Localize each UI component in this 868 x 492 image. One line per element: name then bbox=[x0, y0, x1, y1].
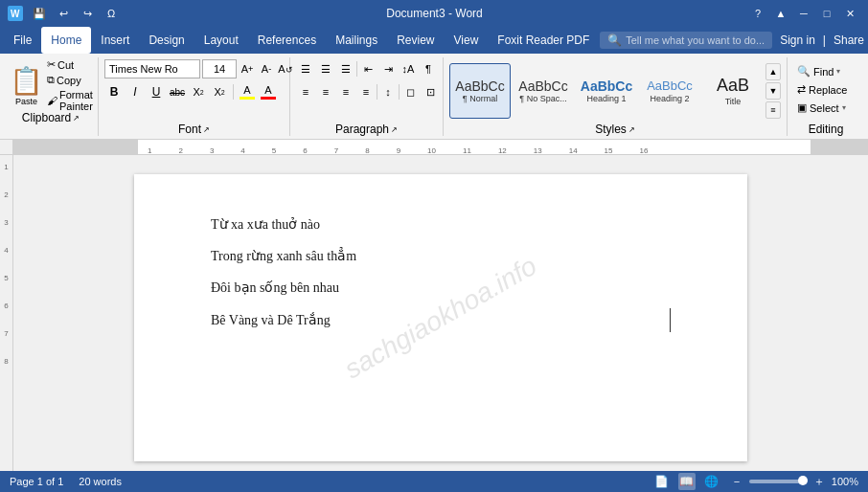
menu-mailings[interactable]: Mailings bbox=[326, 27, 387, 54]
find-icon: 🔍 bbox=[797, 65, 811, 78]
search-icon: 🔍 bbox=[607, 34, 622, 47]
paragraph-expand-icon[interactable]: ↗ bbox=[391, 125, 398, 134]
numbering-button[interactable]: ☰ bbox=[316, 59, 335, 78]
style-title[interactable]: AaB Title bbox=[702, 63, 764, 119]
styles-scroll-down[interactable]: ▼ bbox=[765, 82, 781, 100]
zoom-slider[interactable] bbox=[749, 480, 807, 483]
ruler-corner bbox=[0, 140, 13, 154]
signin-button[interactable]: Sign in bbox=[780, 34, 815, 47]
page-info: Page 1 of 1 bbox=[10, 476, 63, 487]
select-button[interactable]: ▣ Select ▾ bbox=[793, 100, 851, 116]
share-button[interactable]: Share bbox=[834, 34, 864, 47]
bullets-button[interactable]: ☰ bbox=[296, 59, 315, 78]
decrease-indent-button[interactable]: ⇤ bbox=[358, 59, 377, 78]
font-grow-button[interactable]: A+ bbox=[239, 60, 256, 78]
highlight-button[interactable]: A bbox=[238, 82, 257, 101]
menu-design[interactable]: Design bbox=[139, 27, 194, 54]
menu-file[interactable]: File bbox=[4, 27, 41, 54]
style-heading1[interactable]: AaBbCc Heading 1 bbox=[576, 63, 637, 119]
ribbon: 📋 Paste ✂ Cut ⧉ Copy 🖌 Format Painter bbox=[0, 54, 868, 140]
replace-button[interactable]: ⇄ Replace bbox=[793, 81, 851, 98]
font-name-input[interactable] bbox=[104, 59, 200, 78]
menu-view[interactable]: View bbox=[445, 27, 489, 54]
style-normal-label: ¶ Normal bbox=[463, 94, 497, 103]
close-button[interactable]: ✕ bbox=[839, 3, 860, 24]
clipboard-expand-icon[interactable]: ↗ bbox=[73, 114, 80, 123]
replace-label: Replace bbox=[809, 84, 847, 96]
undo-button[interactable]: ↩ bbox=[53, 3, 74, 24]
status-bar-right: 📄 📖 🌐 － ＋ 100% bbox=[653, 473, 858, 490]
document-page[interactable]: sachgiaokhoа.info Từ xa xưa thuở nào Tro… bbox=[134, 174, 747, 461]
zoom-out-button[interactable]: － bbox=[728, 473, 745, 490]
menu-foxit[interactable]: Foxit Reader PDF bbox=[488, 27, 599, 54]
show-marks-button[interactable]: ¶ bbox=[419, 59, 438, 78]
menu-review[interactable]: Review bbox=[387, 27, 444, 54]
zoom-in-button[interactable]: ＋ bbox=[811, 473, 828, 490]
cut-button[interactable]: ✂ Cut bbox=[45, 57, 103, 72]
align-center-button[interactable]: ≡ bbox=[316, 82, 335, 101]
style-heading2[interactable]: AaBbCc Heading 2 bbox=[639, 63, 700, 119]
page-content[interactable]: Từ xa xưa thuở nào Trong rừng xanh sâu t… bbox=[211, 212, 671, 332]
align-right-button[interactable]: ≡ bbox=[336, 82, 355, 101]
save-button[interactable]: 💾 bbox=[29, 3, 50, 24]
shading-button[interactable]: ◻ bbox=[400, 82, 420, 101]
subscript-button[interactable]: X2 bbox=[189, 82, 208, 101]
paragraph-group: ☰ ☰ ☰ ⇤ ⇥ ↕A ¶ ≡ ≡ ≡ ≡ ↕ ◻ bbox=[290, 57, 444, 136]
window-controls: ? ▲ ─ □ ✕ bbox=[747, 3, 860, 24]
style-nospace[interactable]: AaBbCc ¶ No Spac... bbox=[513, 63, 574, 119]
paste-label: Paste bbox=[15, 97, 37, 106]
minimize-button[interactable]: ─ bbox=[793, 3, 814, 24]
copy-button[interactable]: ⧉ Copy bbox=[45, 73, 103, 87]
highlight-indicator bbox=[240, 97, 255, 100]
font-size-input[interactable] bbox=[202, 59, 237, 78]
style-normal[interactable]: AaBbCc ¶ Normal bbox=[449, 63, 511, 119]
maximize-button[interactable]: □ bbox=[816, 3, 837, 24]
find-label: Find bbox=[813, 66, 834, 78]
redo-button[interactable]: ↪ bbox=[77, 3, 98, 24]
increase-indent-button[interactable]: ⇥ bbox=[378, 59, 398, 78]
menu-layout[interactable]: Layout bbox=[194, 27, 248, 54]
customize-button[interactable]: Ω bbox=[101, 3, 122, 24]
zoom-slider-thumb bbox=[798, 476, 808, 485]
styles-more[interactable]: ≡ bbox=[765, 101, 781, 119]
italic-button[interactable]: I bbox=[126, 82, 145, 101]
multilevel-button[interactable]: ☰ bbox=[336, 59, 355, 78]
align-left-button[interactable]: ≡ bbox=[296, 82, 315, 101]
ribbon-toggle-button[interactable]: ▲ bbox=[770, 3, 791, 24]
styles-scroll-up[interactable]: ▲ bbox=[765, 63, 781, 80]
strikethrough-button[interactable]: abc bbox=[168, 82, 187, 101]
find-button[interactable]: 🔍 Find ▾ bbox=[793, 63, 851, 79]
underline-button[interactable]: U bbox=[147, 82, 166, 101]
print-layout-button[interactable]: 📄 bbox=[653, 473, 671, 490]
paste-button[interactable]: 📋 Paste bbox=[10, 59, 43, 111]
line-spacing-button[interactable]: ↕ bbox=[378, 82, 398, 101]
bold-button[interactable]: B bbox=[104, 82, 124, 101]
borders-button[interactable]: ⊡ bbox=[421, 82, 440, 101]
para-divider3 bbox=[399, 84, 400, 100]
styles-expand-icon[interactable]: ↗ bbox=[628, 125, 635, 134]
font-color-indicator bbox=[261, 97, 276, 100]
menu-references[interactable]: References bbox=[248, 27, 326, 54]
sort-button[interactable]: ↕A bbox=[399, 59, 418, 78]
menu-insert[interactable]: Insert bbox=[91, 27, 139, 54]
read-mode-button[interactable]: 📖 bbox=[678, 473, 696, 490]
paste-icon: 📋 bbox=[10, 65, 43, 97]
format-painter-button[interactable]: 🖌 Format Painter bbox=[45, 88, 103, 113]
ruler-margin-right bbox=[811, 140, 868, 154]
help-button[interactable]: ? bbox=[747, 3, 768, 24]
font-expand-icon[interactable]: ↗ bbox=[203, 125, 210, 134]
web-layout-button[interactable]: 🌐 bbox=[703, 473, 720, 490]
search-placeholder[interactable]: Tell me what you want to do... bbox=[626, 34, 765, 46]
word-logo-icon: W bbox=[8, 6, 23, 21]
select-label: Select bbox=[810, 102, 839, 114]
font-color-button[interactable]: A bbox=[259, 82, 278, 101]
editing-group: 🔍 Find ▾ ⇄ Replace ▣ Select ▾ Editing bbox=[788, 57, 864, 136]
styles-group: AaBbCc ¶ Normal AaBbCc ¶ No Spac... AaBb… bbox=[444, 57, 788, 136]
superscript-button[interactable]: X2 bbox=[210, 82, 229, 101]
font-divider bbox=[233, 84, 234, 100]
styles-label: Styles bbox=[595, 123, 627, 136]
menu-home[interactable]: Home bbox=[41, 27, 91, 54]
style-heading2-preview: AaBbCc bbox=[647, 78, 693, 94]
justify-button[interactable]: ≡ bbox=[356, 82, 376, 101]
font-shrink-button[interactable]: A- bbox=[258, 60, 275, 78]
